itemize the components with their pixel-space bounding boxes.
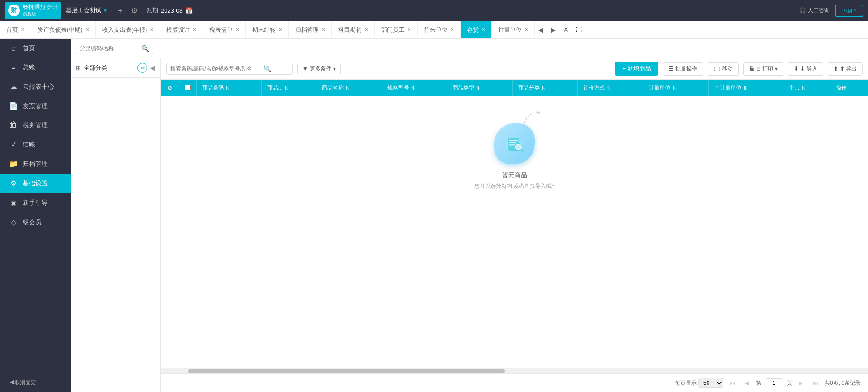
tab-subjects-close[interactable]: ✕ (364, 27, 368, 32)
tab-archive-close[interactable]: ✕ (321, 27, 325, 32)
last-page-button[interactable]: ⏭ (810, 378, 821, 388)
tab-tax-list-close[interactable]: ✕ (236, 27, 239, 32)
filter-icon: ▼ (302, 66, 308, 72)
sidebar-item-checkout[interactable]: ✓ 结账 (0, 135, 71, 154)
table-col-main-abbr[interactable]: 主… ⇅ (783, 80, 830, 96)
sidebar-item-archive[interactable]: 📁 归档管理 (0, 154, 71, 174)
tab-inventory-close[interactable]: ✕ (481, 27, 485, 32)
more-filter-button[interactable]: ▼ 更多条件 ▾ (297, 63, 341, 75)
project-selector[interactable]: 基层工会测试 ▼ (66, 6, 108, 14)
export-button[interactable]: ⬆ ⬆ 导出 (828, 62, 863, 76)
name-sort-icon[interactable]: ⇅ (345, 85, 349, 90)
tab-balance-sheet-close[interactable]: ✕ (85, 27, 89, 32)
tab-contacts-close[interactable]: ✕ (450, 27, 454, 32)
tab-income-statement-close[interactable]: ✕ (150, 27, 153, 32)
sidebar-item-guide[interactable]: ◉ 新手引导 (0, 193, 71, 213)
unit-sort-icon[interactable]: ⇅ (672, 85, 676, 90)
first-page-button[interactable]: ⏮ (727, 378, 738, 388)
tab-period-transfer-close[interactable]: ✕ (278, 27, 282, 32)
calendar-icon[interactable]: 📅 (185, 7, 193, 14)
settings-icon[interactable]: ⚙ (131, 6, 137, 15)
main-abbr-sort-icon[interactable]: ⇅ (802, 85, 805, 90)
category-search-box[interactable]: 🔍 (76, 43, 153, 54)
sidebar-item-home[interactable]: ⌂ 首页 (0, 39, 71, 58)
move-button[interactable]: ↕ ↕ 移动 (708, 62, 739, 76)
content-area: 🔍 ⊞ 全部分类 ✏ ◀ (71, 39, 868, 392)
tab-unit-close[interactable]: ✕ (524, 27, 528, 32)
tab-income-statement[interactable]: 收入支出表(年报) ✕ (96, 21, 160, 39)
tab-contacts[interactable]: 往来单位 ✕ (418, 21, 461, 39)
tab-home-close[interactable]: ✕ (21, 27, 24, 32)
tab-subjects[interactable]: 科目期初 ✕ (332, 21, 375, 39)
add-product-button[interactable]: + 新增商品 (615, 62, 658, 76)
table-scrollbar[interactable] (161, 368, 868, 373)
select-all-checkbox[interactable] (185, 85, 191, 90)
tab-home[interactable]: 首页 ✕ (0, 21, 31, 39)
maximize-button[interactable]: ⛶ (572, 21, 585, 39)
page-number-input[interactable] (765, 378, 783, 387)
tab-balance-sheet[interactable]: 资产负债表(中期) ✕ (31, 21, 96, 39)
next-page-button[interactable]: ▶ (796, 378, 807, 388)
sidebar-item-cloud-reports-label: 云报表中心 (23, 83, 54, 91)
table-col-code[interactable]: 商品... ⇅ (262, 80, 316, 96)
tab-unit[interactable]: 计量单位 ✕ (492, 21, 535, 39)
pagination-bar: 每页显示 50 100 200 ⏮ ◀ 第 页 ▶ ⏭ 共0页, 0条记录 (161, 373, 868, 392)
tab-tax-list-label: 税表清单 (209, 26, 233, 34)
main-unit-sort-icon[interactable]: ⇅ (743, 85, 747, 90)
consultation-button[interactable]: 🎧 人工咨询 (799, 7, 830, 14)
tab-department-close[interactable]: ✕ (407, 27, 411, 32)
prev-page-button[interactable]: ◀ (741, 378, 752, 388)
table-col-check[interactable] (179, 80, 196, 96)
table-col-name[interactable]: 商品名称 ⇅ (316, 80, 382, 96)
table-col-type[interactable]: 商品类型 ⇅ (447, 80, 513, 96)
period-label: 账期 (146, 6, 158, 14)
table-col-unit[interactable]: 计量单位 ⇅ (643, 80, 709, 96)
category-search-icon[interactable]: 🔍 (142, 45, 149, 52)
category-search-input[interactable] (80, 45, 139, 52)
table-col-barcode[interactable]: 商品条码 ⇅ (196, 80, 262, 96)
account-button[interactable]: iAM * (835, 5, 863, 17)
table-col-category[interactable]: 商品分类 ⇅ (512, 80, 578, 96)
tab-archive[interactable]: 归档管理 ✕ (289, 21, 332, 39)
code-sort-icon[interactable]: ⇅ (284, 85, 288, 90)
import-button[interactable]: ⬇ ⬇ 导入 (788, 62, 823, 76)
table-col-gear[interactable]: ⚙ (161, 80, 179, 96)
unpin-sidebar-button[interactable]: ◀取消固定 (0, 373, 71, 392)
table-col-spec[interactable]: 规格型号 ⇅ (382, 80, 447, 96)
product-search-icon[interactable]: 🔍 (264, 65, 271, 72)
print-button[interactable]: 🖶 ⊟ 打印 ▾ (743, 62, 783, 76)
sidebar-item-tax[interactable]: 🏛 税务管理 (0, 116, 71, 135)
collapse-panel-button[interactable]: ◀ (150, 64, 155, 71)
tab-department[interactable]: 部门员工 ✕ (375, 21, 418, 39)
tab-inventory[interactable]: 存货 ✕ (461, 21, 492, 39)
page-size-dropdown[interactable]: 50 100 200 (698, 378, 723, 388)
tab-tax-list[interactable]: 税表清单 ✕ (203, 21, 246, 39)
add-tab-button[interactable]: ＋ (117, 6, 124, 15)
tab-prev-button[interactable]: ◀ (535, 21, 547, 39)
category-sort-icon[interactable]: ⇅ (542, 85, 545, 90)
scroll-thumb[interactable] (188, 369, 505, 373)
edit-icon: ✏ (141, 65, 145, 71)
empty-scroll-icon (494, 123, 535, 164)
edit-category-button[interactable]: ✏ (137, 63, 147, 73)
close-all-tabs-button[interactable]: ✕ (559, 21, 572, 39)
print-icon: 🖶 (749, 66, 755, 72)
batch-operation-button[interactable]: ☰ 批量操作 (663, 62, 703, 76)
table-col-price-method[interactable]: 计价方式 ⇅ (578, 80, 643, 96)
barcode-sort-icon[interactable]: ⇅ (226, 85, 229, 90)
tab-template[interactable]: 模版设计 ✕ (160, 21, 203, 39)
tab-period-transfer[interactable]: 期末结转 ✕ (246, 21, 289, 39)
tab-next-button[interactable]: ▶ (547, 21, 559, 39)
table-col-main-unit[interactable]: 主计量单位 ⇅ (708, 80, 783, 96)
sidebar-item-cloud-reports[interactable]: ☁ 云报表中心 (0, 77, 71, 96)
product-search-box[interactable]: 🔍 (166, 63, 293, 75)
type-sort-icon[interactable]: ⇅ (476, 85, 480, 90)
tab-template-close[interactable]: ✕ (193, 27, 196, 32)
sidebar-item-basic-settings[interactable]: ⚙ 基础设置 (0, 174, 71, 193)
sidebar-item-ledger[interactable]: ≡ 总账 (0, 58, 71, 77)
product-search-input[interactable] (170, 66, 261, 72)
spec-sort-icon[interactable]: ⇅ (411, 85, 415, 90)
sidebar-item-invoices[interactable]: 📄 发票管理 (0, 96, 71, 116)
sidebar-item-member[interactable]: ◇ 畅会员 (0, 213, 71, 232)
price-method-sort-icon[interactable]: ⇅ (607, 85, 610, 90)
